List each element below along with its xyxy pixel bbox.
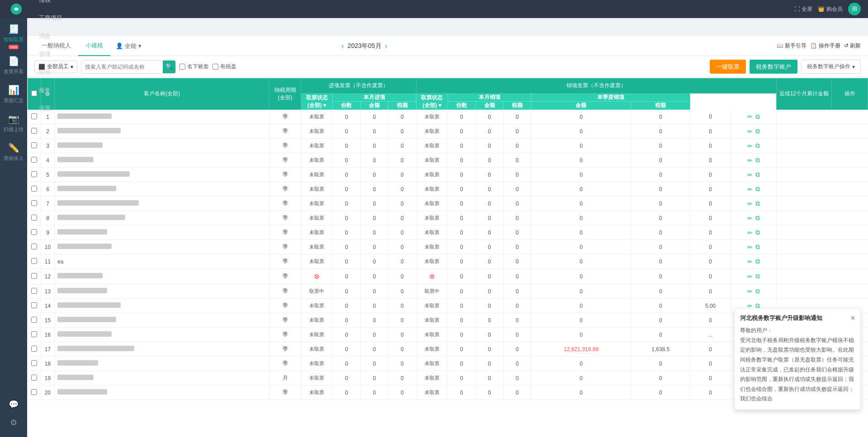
copy-icon[interactable]: ⧉ xyxy=(755,113,760,121)
edit-icon[interactable]: ✏ xyxy=(747,229,753,236)
edit-icon[interactable]: ✏ xyxy=(747,215,753,222)
row-checkbox-cell[interactable] xyxy=(28,342,41,357)
edit-icon[interactable]: ✏ xyxy=(747,142,753,150)
row-checkbox[interactable] xyxy=(31,273,37,279)
copy-icon[interactable]: ⧉ xyxy=(755,142,760,150)
row-checkbox[interactable] xyxy=(31,215,37,221)
subnav-small-scale[interactable]: 小规模 xyxy=(78,36,110,56)
row-checkbox-cell[interactable] xyxy=(28,357,41,371)
edit-icon[interactable]: ✏ xyxy=(747,113,753,120)
sidebar-item-0[interactable]: 🧾智能取票new xyxy=(0,22,27,51)
sidebar-bottom-icon1[interactable]: 💬 xyxy=(6,397,21,412)
edit-icon[interactable]: ✏ xyxy=(747,258,753,265)
row-checkbox-cell[interactable] xyxy=(28,182,41,197)
row-checkbox[interactable] xyxy=(31,157,37,163)
refresh-button[interactable]: ↺ 刷新 xyxy=(844,42,861,50)
col-out-fetch-status[interactable]: 取票状态(全部) ▾ xyxy=(416,94,448,110)
row-checkbox[interactable] xyxy=(31,346,37,352)
copy-icon[interactable]: ⧉ xyxy=(755,287,760,295)
tax-digital-account-op-button[interactable]: 税务数字账户操作 ▾ xyxy=(801,60,861,74)
new-guide-button[interactable]: 📖 新手引导 xyxy=(777,42,807,50)
row-checkbox[interactable] xyxy=(31,288,37,294)
copy-icon[interactable]: ⧉ xyxy=(755,127,760,135)
edit-icon[interactable]: ✏ xyxy=(747,157,753,164)
row-checkbox[interactable] xyxy=(31,360,37,366)
row-checkbox-cell[interactable] xyxy=(28,385,41,400)
row-checkbox[interactable] xyxy=(31,375,37,381)
edit-icon[interactable]: ✏ xyxy=(747,273,753,280)
row-checkbox[interactable] xyxy=(31,200,37,206)
member-button[interactable]: 👑 购会员 xyxy=(818,5,843,13)
row-checkbox-cell[interactable] xyxy=(28,226,41,240)
edit-icon[interactable]: ✏ xyxy=(747,171,753,179)
row-checkbox-cell[interactable] xyxy=(28,328,41,342)
row-checkbox-cell[interactable] xyxy=(28,197,41,211)
row-checkbox-cell[interactable] xyxy=(28,371,41,385)
row-checkbox[interactable] xyxy=(31,302,37,308)
user-avatar[interactable]: 用 xyxy=(848,3,861,15)
search-button[interactable]: 🔍 xyxy=(163,61,175,73)
sidebar-item-4[interactable]: ✏️票据录入 xyxy=(0,137,27,166)
row-checkbox-cell[interactable] xyxy=(28,240,41,254)
sidebar-item-1[interactable]: 📄发票开具 xyxy=(0,51,27,80)
copy-icon[interactable]: ⧉ xyxy=(755,185,760,193)
edit-icon[interactable]: ✏ xyxy=(747,288,753,295)
row-checkbox[interactable] xyxy=(31,171,37,177)
row-checkbox[interactable] xyxy=(31,331,37,337)
nav-item-工商项目[interactable]: 工商项目 xyxy=(33,9,69,27)
tax-digital-account-button[interactable]: 税务数字账户 xyxy=(750,60,797,74)
row-checkbox[interactable] xyxy=(31,229,37,235)
manual-button[interactable]: 📋 操作手册 xyxy=(810,42,840,50)
row-checkbox-cell[interactable] xyxy=(28,284,41,299)
row-checkbox[interactable] xyxy=(31,244,37,249)
edit-icon[interactable]: ✏ xyxy=(747,128,753,135)
copy-icon[interactable]: ⧉ xyxy=(755,171,760,179)
search-input[interactable] xyxy=(81,61,163,73)
edit-icon[interactable]: ✏ xyxy=(747,200,753,207)
row-checkbox-cell[interactable] xyxy=(28,299,41,313)
copy-icon[interactable]: ⧉ xyxy=(755,229,760,236)
row-checkbox[interactable] xyxy=(31,258,37,264)
tax-disk-checkbox[interactable] xyxy=(212,64,218,70)
edit-icon[interactable]: ✏ xyxy=(747,244,753,251)
sidebar-item-2[interactable]: 📊票据汇总 xyxy=(0,80,27,108)
copy-icon[interactable]: ⧉ xyxy=(755,156,760,164)
row-checkbox-cell[interactable] xyxy=(28,269,41,284)
row-checkbox-cell[interactable] xyxy=(28,211,41,226)
copy-icon[interactable]: ⧉ xyxy=(755,200,760,207)
prev-month-button[interactable]: ‹ xyxy=(342,42,344,50)
nav-item-消息[interactable]: 消息 xyxy=(33,27,69,45)
subnav-allmighty[interactable]: 👤 全能 ▾ xyxy=(110,42,147,50)
sidebar-item-3[interactable]: 📷扫描上传 xyxy=(0,108,27,137)
nav-item-报税[interactable]: 报税 xyxy=(33,0,69,9)
copy-icon[interactable]: ⧉ xyxy=(755,258,760,265)
row-checkbox[interactable] xyxy=(31,128,37,134)
copy-icon[interactable]: ⧉ xyxy=(755,273,760,280)
copy-icon[interactable]: ⧉ xyxy=(755,214,760,222)
down-ledger-filter[interactable]: 名下账套 xyxy=(179,63,209,70)
nav-item-服务[interactable]: 服务 xyxy=(33,81,69,99)
row-checkbox-cell[interactable] xyxy=(28,139,41,153)
row-checkbox-cell[interactable] xyxy=(28,313,41,328)
one-key-ticket-button[interactable]: 一键取票 xyxy=(710,60,746,74)
row-checkbox-cell[interactable] xyxy=(28,168,41,182)
row-checkbox-cell[interactable] xyxy=(28,153,41,168)
row-checkbox[interactable] xyxy=(31,389,37,395)
nav-item-设置[interactable]: 设置 xyxy=(33,99,69,117)
col-in-fetch-status[interactable]: 取票状态(全部) ▾ xyxy=(301,94,333,110)
row-checkbox-cell[interactable] xyxy=(28,254,41,269)
row-checkbox-cell[interactable] xyxy=(28,124,41,139)
row-checkbox[interactable] xyxy=(31,317,37,323)
tax-disk-filter[interactable]: 有税盘 xyxy=(212,63,236,70)
copy-icon[interactable]: ⧉ xyxy=(755,243,760,251)
sidebar-bottom-icon2[interactable]: ⚙ xyxy=(6,415,21,430)
row-checkbox[interactable] xyxy=(31,186,37,192)
fullscreen-button[interactable]: ⛶ 全屏 xyxy=(794,5,812,13)
next-month-button[interactable]: › xyxy=(385,42,387,50)
notification-close-button[interactable]: × xyxy=(851,314,855,322)
edit-icon[interactable]: ✏ xyxy=(747,186,753,193)
nav-item-管理[interactable]: 管理 xyxy=(33,45,69,63)
down-ledger-checkbox[interactable] xyxy=(179,64,185,70)
nav-item-经营[interactable]: 经营 xyxy=(33,63,69,81)
row-checkbox[interactable] xyxy=(31,142,37,148)
